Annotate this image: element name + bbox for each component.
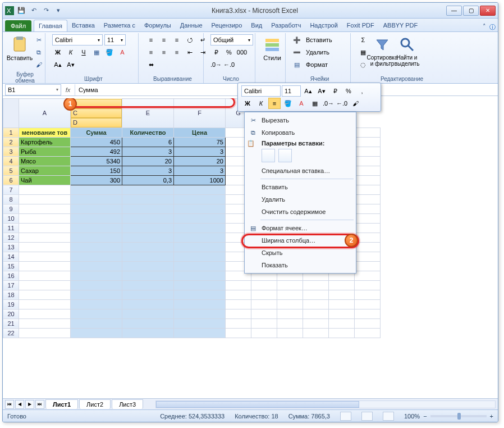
styles-button[interactable]: Стили xyxy=(262,34,282,62)
cell[interactable]: Чай xyxy=(19,175,71,185)
cell[interactable] xyxy=(355,309,381,318)
cell[interactable] xyxy=(19,252,71,261)
row-header[interactable]: 11 xyxy=(3,223,19,233)
cell[interactable] xyxy=(251,280,277,290)
tab-главная[interactable]: Главная xyxy=(34,20,67,31)
row-header[interactable]: 18 xyxy=(3,290,19,299)
mini-fill-color[interactable]: 🪣 xyxy=(282,98,294,109)
cell[interactable] xyxy=(277,290,303,299)
cell[interactable] xyxy=(303,309,329,318)
cell[interactable] xyxy=(19,328,71,338)
cell[interactable] xyxy=(71,318,122,328)
tab-foxit pdf[interactable]: Foxit PDF xyxy=(342,20,379,31)
row-header[interactable]: 1 xyxy=(3,128,19,137)
cell[interactable] xyxy=(329,309,355,318)
cell[interactable] xyxy=(19,299,71,309)
cell[interactable] xyxy=(122,204,174,213)
mini-inc-decimal[interactable]: .0→ xyxy=(322,98,335,109)
cell[interactable] xyxy=(355,213,381,223)
orientation-button[interactable]: ⭯ xyxy=(184,34,195,45)
cell[interactable] xyxy=(71,194,122,204)
cell[interactable] xyxy=(71,280,122,290)
qat-customize-icon[interactable]: ▾ xyxy=(53,6,63,16)
cell[interactable] xyxy=(122,233,174,242)
mini-comma[interactable]: , xyxy=(356,85,368,97)
cell[interactable]: Рыба xyxy=(19,147,71,156)
cell[interactable]: 150 xyxy=(71,166,122,175)
tab-file[interactable]: Файл xyxy=(5,20,31,31)
mini-align-center[interactable]: ≡ xyxy=(268,98,281,109)
cell[interactable] xyxy=(329,290,355,299)
format-painter-button[interactable]: 🖌 xyxy=(33,59,44,70)
cell[interactable] xyxy=(71,328,122,338)
cell[interactable] xyxy=(355,299,381,309)
ctx-insert[interactable]: Вставить xyxy=(246,181,355,193)
cell[interactable] xyxy=(122,290,174,299)
cell[interactable] xyxy=(174,271,226,280)
cell[interactable] xyxy=(355,290,381,299)
cell[interactable] xyxy=(174,290,226,299)
cell[interactable] xyxy=(19,213,71,223)
cell[interactable] xyxy=(355,166,381,175)
name-box[interactable]: B1 ▾ xyxy=(5,84,61,95)
row-header[interactable]: 14 xyxy=(3,252,19,261)
column-header[interactable]: E xyxy=(122,99,174,128)
zoom-out-button[interactable]: − xyxy=(423,413,427,420)
cell[interactable] xyxy=(251,309,277,318)
cell[interactable] xyxy=(174,233,226,242)
cell[interactable]: Сахар xyxy=(19,166,71,175)
maximize-button[interactable]: ▢ xyxy=(463,6,479,16)
view-pagebreak-button[interactable] xyxy=(383,412,394,421)
cell[interactable]: 0,3 xyxy=(122,175,174,185)
copy-button[interactable]: ⧉ xyxy=(33,47,44,58)
tab-надстрой[interactable]: Надстрой xyxy=(305,20,342,31)
cell[interactable] xyxy=(122,194,174,204)
cell[interactable] xyxy=(71,223,122,233)
cell[interactable] xyxy=(226,309,251,318)
cell[interactable]: 300 xyxy=(71,175,122,185)
cell[interactable] xyxy=(355,137,381,147)
fill-color-button[interactable]: 🪣 xyxy=(104,47,115,58)
view-layout-button[interactable] xyxy=(361,412,373,421)
ctx-cut[interactable]: ✂Вырезать xyxy=(246,114,355,126)
paste-option-2[interactable] xyxy=(278,149,292,162)
sheet-nav-next[interactable]: ▶ xyxy=(25,400,34,409)
cell[interactable] xyxy=(277,280,303,290)
decrease-indent-button[interactable]: ⇤ xyxy=(184,47,195,58)
number-format-select[interactable]: Общий▾ xyxy=(210,34,253,45)
cell[interactable]: 20 xyxy=(174,156,226,166)
cell[interactable]: 450 xyxy=(71,137,122,147)
cell[interactable] xyxy=(226,290,251,299)
row-header[interactable]: 9 xyxy=(3,204,19,213)
cell[interactable] xyxy=(355,185,381,194)
underline-button[interactable]: Ч xyxy=(78,47,89,58)
cell[interactable] xyxy=(226,318,251,328)
horizontal-scrollbar[interactable] xyxy=(155,400,496,408)
italic-button[interactable]: К xyxy=(65,47,76,58)
cell[interactable] xyxy=(174,280,226,290)
mini-italic[interactable]: К xyxy=(255,98,267,109)
row-header[interactable]: 5 xyxy=(3,166,19,175)
mini-currency[interactable]: ₽ xyxy=(329,85,341,97)
cell[interactable] xyxy=(303,280,329,290)
wrap-text-button[interactable]: ↵ xyxy=(197,34,208,45)
row-header[interactable]: 22 xyxy=(3,328,19,338)
tab-abbyy pdf[interactable]: ABBYY PDF xyxy=(379,20,423,31)
tab-вставка[interactable]: Вставка xyxy=(67,20,99,31)
cell[interactable]: Мясо xyxy=(19,156,71,166)
cell[interactable] xyxy=(174,185,226,194)
cell[interactable] xyxy=(329,328,355,338)
column-header[interactable]: C xyxy=(71,108,122,118)
zoom-slider[interactable] xyxy=(430,415,487,417)
cell[interactable] xyxy=(174,299,226,309)
sheet-tab[interactable]: Лист2 xyxy=(79,399,111,409)
mini-border[interactable]: ▦ xyxy=(309,98,321,109)
row-header[interactable]: 19 xyxy=(3,299,19,309)
find-select-button[interactable]: Найти и выделить xyxy=(396,34,418,68)
cell[interactable]: 492 xyxy=(71,147,122,156)
cell[interactable] xyxy=(174,328,226,338)
cell[interactable] xyxy=(19,233,71,242)
cell[interactable]: Сумма xyxy=(71,128,122,137)
paste-button[interactable]: Вставить xyxy=(8,34,31,62)
tab-формулы[interactable]: Формулы xyxy=(140,20,176,31)
